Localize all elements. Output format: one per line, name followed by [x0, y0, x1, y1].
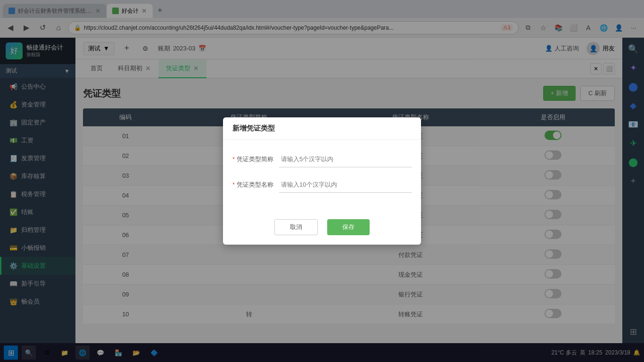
name-input[interactable]	[279, 177, 412, 193]
name-label: *凭证类型名称	[232, 181, 273, 189]
abbr-form-row: *凭证类型简称	[232, 151, 412, 167]
dialog-overlay: 新增凭证类型 *凭证类型简称 *凭证类型名称 取消 保存	[0, 0, 644, 362]
dialog-footer: 取消 保存	[223, 214, 421, 245]
name-form-row: *凭证类型名称	[232, 177, 412, 193]
name-required-mark: *	[232, 181, 235, 188]
dialog-body: *凭证类型简称 *凭证类型名称	[223, 140, 421, 214]
abbr-input[interactable]	[279, 151, 412, 167]
add-voucher-type-dialog: 新增凭证类型 *凭证类型简称 *凭证类型名称 取消 保存	[223, 117, 421, 245]
cancel-button[interactable]: 取消	[274, 219, 318, 235]
abbr-label: *凭证类型简称	[232, 155, 273, 164]
abbr-required-mark: *	[232, 156, 235, 163]
save-button[interactable]: 保存	[327, 219, 370, 235]
dialog-title: 新增凭证类型	[232, 124, 275, 133]
dialog-header: 新增凭证类型	[223, 117, 421, 140]
